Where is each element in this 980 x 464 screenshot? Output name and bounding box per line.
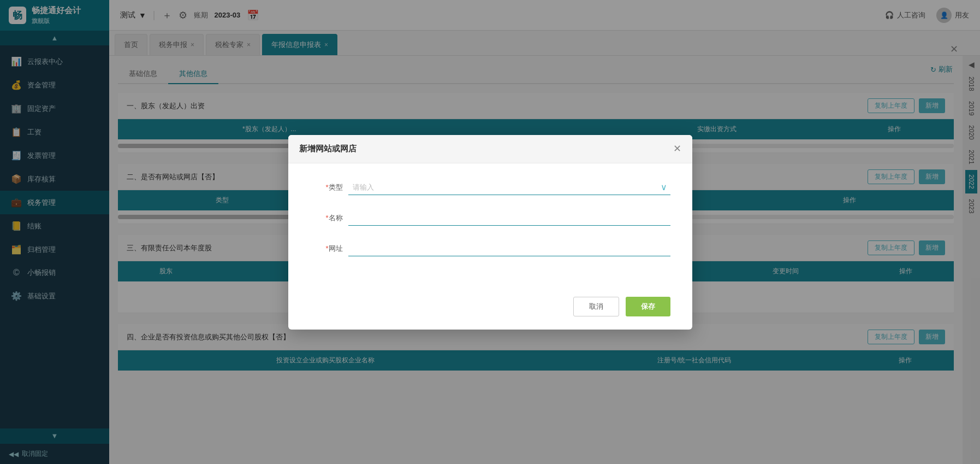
modal-footer: 取消 保存 [288, 288, 692, 330]
name-label: *名称 [310, 213, 343, 223]
save-button[interactable]: 保存 [626, 297, 670, 316]
name-input[interactable] [348, 210, 670, 225]
url-required-star: * [325, 244, 328, 252]
type-label: *类型 [310, 183, 343, 192]
cancel-button[interactable]: 取消 [573, 297, 619, 316]
modal-body: *类型 ∨ *名称 *网址 [288, 163, 692, 288]
modal-header: 新增网站或网店 ✕ [288, 135, 692, 163]
modal-title: 新增网站或网店 [299, 144, 357, 154]
type-dropdown-icon[interactable]: ∨ [661, 182, 670, 192]
name-required-star: * [325, 214, 328, 222]
modal-close-button[interactable]: ✕ [673, 144, 681, 154]
url-label: *网址 [310, 244, 343, 254]
add-website-modal: 新增网站或网店 ✕ *类型 ∨ *名称 [288, 135, 692, 330]
type-required-star: * [325, 183, 328, 191]
form-field-type: *类型 ∨ [310, 180, 670, 195]
type-input-wrap: ∨ [348, 180, 670, 195]
form-field-name: *名称 [310, 210, 670, 226]
name-input-wrap [348, 210, 670, 226]
modal-overlay[interactable]: 新增网站或网店 ✕ *类型 ∨ *名称 [0, 0, 980, 464]
form-field-url: *网址 [310, 241, 670, 256]
url-input[interactable] [348, 241, 670, 256]
url-input-wrap [348, 241, 670, 256]
type-input[interactable] [348, 180, 661, 195]
